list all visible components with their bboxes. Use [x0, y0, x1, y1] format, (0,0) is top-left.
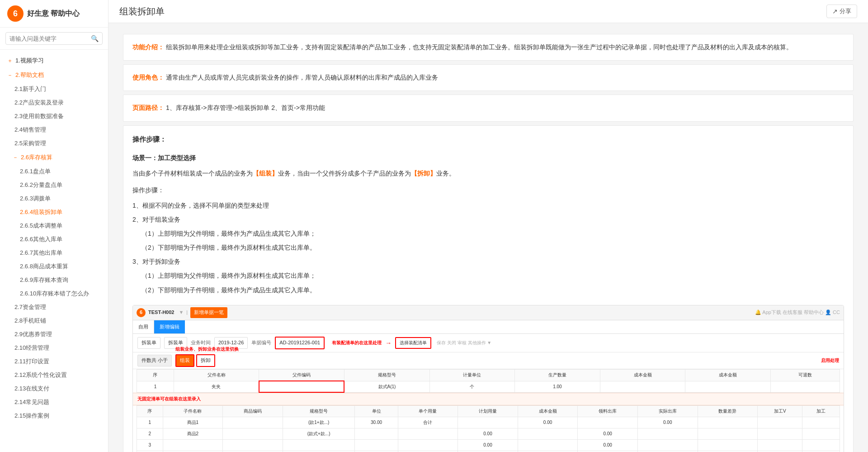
- sidebar: 6 好生意 帮助中心 🔍 ＋ 1.视频学习 － 2.帮助文档 2.1新手入门 2…: [0, 0, 108, 452]
- sidebar-item-purchase[interactable]: 2.5采购管理: [0, 137, 108, 150]
- path-label: 页面路径：: [132, 104, 164, 111]
- role-label: 使用角色：: [132, 74, 164, 81]
- mock-type-toggle: 组装: [175, 354, 194, 367]
- mock-docno: AD-20191226-001: [275, 337, 325, 349]
- sidebar-item-print[interactable]: 2.11打印设置: [0, 355, 108, 368]
- mock-app: 6 TEST-H002 ▼ | 新增单据一笔 🔔 App下载 在线客服 帮助中心…: [133, 305, 844, 452]
- steps-heading: 操作步骤：: [132, 185, 844, 196]
- sidebar-item-cost-reset[interactable]: 2.6.8商品成本重算: [0, 260, 108, 273]
- app-name: 好生意 帮助中心: [27, 9, 80, 19]
- sidebar-item-ledger-error[interactable]: 2.6.10库存账本错了怎么办: [0, 287, 108, 300]
- step3: 3、对于拆卸业务: [132, 256, 844, 267]
- ops-section: 操作步骤： 场景一：加工类型选择 当由多个子件材料组装成一个成品的业务为【组装】…: [123, 125, 854, 452]
- annotation3: 组装业务、拆卸业务在这里切换: [175, 345, 239, 353]
- intro-section: 功能介绍： 组装拆卸单用来处理企业组装或拆卸等加工业务，支持有固定装配清单的产品…: [123, 34, 854, 61]
- sidebar-item-payment[interactable]: 2.13在线支付: [0, 382, 108, 395]
- mock-company: TEST-H002: [148, 308, 174, 317]
- red-arrow-1: →: [385, 338, 392, 349]
- scene1-desc: 当由多个子件材料组装成一个成品的业务为【组装】业务，当由一个父件拆分成多个子产品…: [132, 167, 844, 180]
- search-icon[interactable]: 🔍: [91, 35, 99, 42]
- sidebar-item-cases[interactable]: 2.15操作案例: [0, 409, 108, 423]
- mock-new-btn: 新增单据一笔: [190, 307, 227, 318]
- sidebar-item-inventory[interactable]: － 2.6库存核算: [0, 150, 108, 165]
- mock-dropdown: ▼: [179, 308, 184, 317]
- sidebar-item-install[interactable]: 2.2产品安装及登录: [0, 96, 108, 109]
- share-button[interactable]: ↗ 分享: [826, 5, 857, 18]
- page-title: 组装拆卸单: [119, 5, 165, 18]
- sidebar-item-ledger-query[interactable]: 2.6.9库存账本查询: [0, 273, 108, 287]
- main-panel: 组装拆卸单 ↗ 分享 功能介绍： 组装拆卸单用来处理企业组装或拆卸等加工业务，支…: [108, 0, 868, 452]
- mock-table1: 序 父件名称 父件编码 规格型号 计量单位 生产数量 成本金额 成本金额 可退数: [137, 369, 840, 393]
- annotation5: 无固定清单可在组装在这里录入: [137, 395, 201, 403]
- sidebar-item-assembly[interactable]: 2.6.4组装拆卸单: [0, 205, 108, 219]
- sidebar-item-stocktake[interactable]: 2.6.1盘点单: [0, 165, 108, 178]
- step2-1: （1）上部明细为父件明细，最终作为产成品生成其它入库单；: [132, 228, 844, 239]
- step1: 1、根据不同的业务，选择不同单据的类型来处理: [132, 200, 844, 211]
- annotation1: 有装配清单的在这里处理: [332, 339, 382, 347]
- share-icon: ↗: [832, 8, 838, 15]
- collapse-icon: －: [7, 71, 13, 79]
- nav-tree: ＋ 1.视频学习 － 2.帮助文档 2.1新手入门 2.2产品安装及登录 2.3…: [0, 50, 108, 452]
- table-row: 1 商品1 (款1+款...) 30.00 合计 0.00 0.00: [137, 417, 840, 428]
- sidebar-item-mobile[interactable]: 2.8手机旺铺: [0, 314, 108, 328]
- sidebar-item-cost-adjust[interactable]: 2.6.5成本调整单: [0, 219, 108, 233]
- sidebar-item-coupon[interactable]: 2.9优惠券管理: [0, 328, 108, 341]
- scene1-heading: 场景一：加工类型选择: [132, 152, 844, 164]
- mock-docno-label: 单据编号: [251, 338, 271, 347]
- step3-1: （1）上部明细为父件明细，最终作为原材料生成其它出库单；: [132, 270, 844, 281]
- table-row: 2 商品2 (款式+款...) 0.00 0.00: [137, 428, 840, 440]
- mock-table1-area: 序 父件名称 父件编码 规格型号 计量单位 生产数量 成本金额 成本金额 可退数: [133, 369, 844, 393]
- step2-2: （2）下部明细为子件明细，最终作为原材料生成其它出库单。: [132, 242, 844, 253]
- sidebar-item-other-in[interactable]: 2.6.6其他入库单: [0, 233, 108, 246]
- table-row: 1 夹夹 款式A(1) 个 1.00: [137, 381, 840, 392]
- sidebar-item-custom[interactable]: 2.12系统个性化设置: [0, 368, 108, 382]
- expand-icon: ＋: [7, 57, 13, 65]
- sidebar-item-faq[interactable]: 2.14常见问题: [0, 395, 108, 409]
- intro-text: 组装拆卸单用来处理企业组装或拆卸等加工业务，支持有固定装配清单的产品加工业务，也…: [166, 43, 793, 51]
- path-text: 1、库存核算->库存管理->组装拆卸单 2、首页->常用功能: [166, 104, 325, 111]
- step3-2: （2）下部明细为子件明细，最终作为产成品生成其它入库单。: [132, 285, 844, 296]
- mock-separator-row: 无固定清单可在组装在这里录入: [133, 393, 844, 405]
- role-section: 使用角色： 通常由生产人员或库管人员完成折装业务的操作，库管人员确认原材料的出库…: [123, 64, 854, 91]
- intro-label: 功能介绍：: [132, 43, 164, 51]
- content-area: 功能介绍： 组装拆卸单用来处理企业组装或拆卸等加工业务，支持有固定装配清单的产品…: [108, 23, 868, 452]
- search-area: 🔍: [0, 28, 108, 50]
- sidebar-item-sales[interactable]: 2.4销售管理: [0, 123, 108, 137]
- sidebar-item-new-user[interactable]: 2.1新手入门: [0, 82, 108, 96]
- mock-type-toggle2: 拆卸: [196, 354, 215, 367]
- mock-icons-right: 🔔 App下载 在线客服 帮助中心 👤 CC: [755, 308, 840, 317]
- ops-heading: 操作步骤：: [132, 133, 844, 145]
- sidebar-item-ops[interactable]: 2.10经营管理: [0, 341, 108, 355]
- annotation3-container: 组装 拆卸 组装业务、拆卸业务在这里切换: [175, 354, 215, 367]
- sidebar-item-finance[interactable]: 2.7资金管理: [0, 300, 108, 314]
- mock-select-bom: 选择装配清单: [395, 337, 431, 349]
- sidebar-item-other-out[interactable]: 2.6.7其他出库单: [0, 246, 108, 260]
- search-box[interactable]: 🔍: [5, 32, 103, 45]
- mock-doc-header: 拆装单 拆装单 业务时间 2019-12-26 单据编号 AD-20191226…: [133, 334, 844, 352]
- step2: 2、对于组装业务: [132, 214, 844, 225]
- mock-table2-area: 序 子件名称 商品编码 规格型号 单位 单个用量 计划用量 成本金额 领料出库: [133, 405, 844, 452]
- path-section: 页面路径： 1、库存核算->库存管理->组装拆卸单 2、首页->常用功能: [123, 95, 854, 121]
- mock-tab-self: 自用: [133, 320, 154, 334]
- role-text: 通常由生产人员或库管人员完成折装业务的操作，库管人员确认原材料的出库和产成品的入…: [166, 74, 438, 81]
- sidebar-item-data-prep[interactable]: 2.3使用前数据准备: [0, 109, 108, 123]
- topbar: 组装拆卸单 ↗ 分享: [108, 0, 868, 23]
- sidebar-item-partial-stocktake[interactable]: 2.6.2分量盘点单: [0, 178, 108, 192]
- mock-app-topbar: 6 TEST-H002 ▼ | 新增单据一笔 🔔 App下载 在线客服 帮助中心…: [133, 305, 844, 320]
- mock-stat-count: 件数共 小于: [137, 355, 172, 366]
- sidebar-item-video[interactable]: ＋ 1.视频学习: [0, 53, 108, 68]
- steps-list: 1、根据不同的业务，选择不同单据的类型来处理 2、对于组装业务 （1）上部明细为…: [132, 200, 844, 296]
- mock-tabs-row: 自用 新增编辑: [133, 320, 844, 334]
- mock-sep: |: [186, 308, 188, 317]
- mock-annotation3-row: 件数共 小于 组装 拆卸 组装业务、拆卸业务在这里切换 启用处理: [133, 352, 844, 369]
- sidebar-item-transfer[interactable]: 2.6.3调拨单: [0, 192, 108, 205]
- mock-tab-new: 新增编辑: [154, 320, 185, 334]
- collapse-icon: －: [13, 154, 18, 162]
- search-input[interactable]: [9, 35, 91, 42]
- mock-logo: 6: [137, 308, 146, 317]
- logo-area: 6 好生意 帮助中心: [0, 0, 108, 28]
- mock-save-btn: 保存 关闭 审核 其他操作 ▼: [437, 339, 491, 347]
- mock-doc-type: 拆装单: [137, 337, 160, 349]
- table-row: 3 0.00 0.00: [137, 440, 840, 451]
- sidebar-item-help-docs[interactable]: － 2.帮助文档: [0, 68, 108, 82]
